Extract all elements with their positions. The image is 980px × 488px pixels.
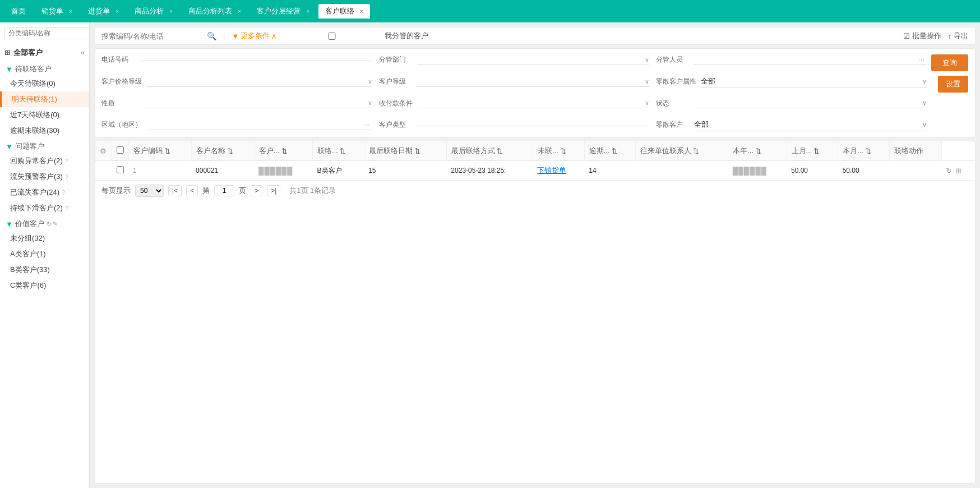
col-overdue-sort[interactable]: 逾期... ⇅	[589, 146, 618, 156]
col-last-contact-date-sort[interactable]: 最后联络日期 ⇅	[369, 146, 420, 156]
nav-sales-close[interactable]: ×	[69, 8, 72, 15]
sidebar-item-tomorrow[interactable]: 明天待联络(1)	[0, 91, 89, 107]
last-page-btn[interactable]: >|	[267, 185, 280, 196]
customer-table: ⚙ 客户编码 ⇅ 客户名称	[95, 141, 975, 181]
row-last-contact-method-link[interactable]: 下销货单	[537, 166, 566, 174]
retail-customer-select[interactable]: 全部 ∨	[694, 118, 927, 131]
value-customers-refresh-icon[interactable]: ↻	[47, 220, 52, 228]
sidebar-item-declining[interactable]: 持续下滑客户(2) ?	[0, 200, 89, 216]
sidebar-item-class-b[interactable]: B类客户(33)	[0, 262, 89, 278]
problem-customers-group[interactable]: ▼ 问题客户	[0, 139, 89, 153]
prev-page-btn[interactable]: <	[186, 185, 198, 196]
payment-select[interactable]: ∨	[417, 98, 650, 108]
my-customers-checkbox-label[interactable]: 我分管的客户	[281, 31, 428, 41]
manager-ellipsis[interactable]: ···	[917, 56, 927, 63]
nav-purchase-close[interactable]: ×	[115, 8, 119, 15]
phone-select[interactable]	[140, 58, 372, 61]
help-icon-2: ?	[62, 189, 65, 196]
nav-customer-tier-close[interactable]: ×	[306, 8, 309, 15]
my-customers-checkbox[interactable]	[281, 33, 382, 40]
nature-select[interactable]: ∨	[140, 98, 372, 108]
dept-field: 分管部门 ∨	[379, 55, 650, 65]
first-page-btn[interactable]: |<	[168, 185, 182, 196]
customer-type-select[interactable]	[417, 123, 650, 126]
nature-field: 性质 ∨	[101, 98, 372, 108]
price-grade-select[interactable]: ∨	[146, 77, 372, 87]
area-ellipsis[interactable]: ···	[362, 121, 372, 128]
sidebar-item-repurchase-anomaly[interactable]: 回购异常客户(2) ?	[0, 153, 89, 169]
nav-product-analysis[interactable]: 商品分析 ×	[128, 4, 179, 19]
sort-icon: ⇅	[164, 147, 170, 155]
col-last-contact-method-sort[interactable]: 最后联络方式 ⇅	[451, 146, 503, 156]
nav-product-list-close[interactable]: ×	[238, 8, 241, 15]
col-contact-count-sort[interactable]: 联络... ⇅	[317, 146, 346, 156]
manager-select[interactable]: ···	[694, 54, 927, 65]
top-nav: 首页 销货单 × 进货单 × 商品分析 × 商品分析列表 × 客户分层经营 × …	[0, 0, 980, 22]
nav-product-analysis-close[interactable]: ×	[169, 8, 173, 15]
sort-icon-lcd: ⇅	[414, 147, 420, 155]
price-grade-field: 客户价格等级 ∨	[101, 77, 372, 87]
col-last-contact-date-header: 最后联络日期 ⇅	[364, 141, 446, 161]
sidebar-item-overdue[interactable]: 逾期未联络(30)	[0, 123, 89, 139]
advanced-filter-panel: 电话号码 分管部门 ∨	[94, 48, 976, 137]
col-last-month-sort[interactable]: 上月... ⇅	[792, 146, 820, 156]
dept-select[interactable]: ∨	[417, 55, 650, 65]
nav-customer-tier[interactable]: 客户分层经营 ×	[250, 4, 316, 19]
batch-op-btn[interactable]: ☑ 批量操作	[903, 31, 941, 41]
row-last-contact-method: 下销货单	[533, 161, 584, 181]
settings-icon[interactable]: ⚙	[100, 147, 107, 155]
col-name-sort[interactable]: 客户名称 ⇅	[196, 146, 233, 156]
col-this-month-sort[interactable]: 本月... ⇅	[843, 146, 871, 156]
row-checkbox[interactable]	[117, 166, 124, 173]
more-conditions-btn[interactable]: ▼ 更多条件 ∧	[232, 31, 277, 41]
col-not-contacted-sort[interactable]: 未联... ⇅	[538, 146, 566, 156]
col-code-header: 客户编码 ⇅	[128, 141, 191, 161]
nav-customer-contact[interactable]: 客户联络 ×	[318, 4, 370, 19]
search-input[interactable]	[101, 32, 202, 40]
nav-home[interactable]: 首页	[4, 4, 33, 19]
per-page-select[interactable]: 50 100 200	[135, 185, 164, 197]
customer-type-label: 客户类型	[379, 120, 413, 130]
table-footer: 每页显示 50 100 200 |< < 第 页 > >| 共1页 1条记录	[95, 181, 975, 200]
customer-grade-select[interactable]: ∨	[417, 77, 650, 87]
status-select[interactable]: ∨	[694, 98, 927, 108]
set-button[interactable]: 设置	[938, 76, 968, 93]
row-action-refresh-icon[interactable]: ↻	[946, 167, 952, 175]
nav-customer-contact-close[interactable]: ×	[360, 8, 363, 15]
row-contact-count: 15	[364, 161, 446, 181]
retail-attr-select[interactable]: 全部 ∨	[701, 75, 927, 88]
export-btn[interactable]: ↑ 导出	[948, 31, 969, 41]
sidebar-item-churn-warning[interactable]: 流失预警客户(3) ?	[0, 169, 89, 185]
next-page-btn[interactable]: >	[251, 185, 262, 196]
sidebar-item-churned[interactable]: 已流失客户(24) ?	[0, 185, 89, 200]
query-button[interactable]: 查询	[931, 54, 968, 71]
help-icon-0: ?	[65, 158, 68, 164]
sidebar-item-class-c[interactable]: C类客户(6)	[0, 278, 89, 293]
sidebar-item-ungrouped[interactable]: 未分组(32)	[0, 231, 89, 246]
nav-purchase[interactable]: 进货单 ×	[81, 4, 126, 19]
col-code-sort[interactable]: 客户编码 ⇅	[133, 146, 170, 156]
value-customers-group[interactable]: ▼ 价值客户 ↻ ✎	[0, 216, 89, 231]
sidebar-item-7days[interactable]: 近7天待联络(0)	[0, 107, 89, 123]
nature-dropdown-arrow: ∨	[368, 99, 372, 107]
row-actions: ↻ ⊞	[941, 161, 975, 181]
col-this-month-header: 本月... ⇅	[838, 141, 890, 161]
col-this-year-sort[interactable]: 本年... ⇅	[733, 146, 761, 156]
sidebar-search-input[interactable]	[4, 27, 90, 39]
nav-product-list[interactable]: 商品分析列表 ×	[182, 4, 248, 19]
value-customers-edit-icon[interactable]: ✎	[53, 220, 58, 228]
pending-contact-group[interactable]: ▼ 待联络客户	[0, 61, 89, 76]
select-all-checkbox[interactable]	[117, 146, 124, 154]
page-number-input[interactable]	[214, 185, 234, 196]
sort-icon-name: ⇅	[227, 147, 233, 155]
area-select[interactable]: ···	[146, 119, 372, 130]
row-action-grid-icon[interactable]: ⊞	[955, 167, 961, 175]
nav-sales[interactable]: 销货单 ×	[35, 4, 79, 19]
manager-label: 分管人员	[656, 55, 690, 65]
sidebar-item-today[interactable]: 今天待联络(0)	[0, 76, 89, 91]
sidebar-item-class-a[interactable]: A类客户(1)	[0, 246, 89, 262]
all-customers-header[interactable]: ⊞ 全部客户 «	[0, 44, 89, 61]
col-contact-person-sort[interactable]: 往来单位联系人 ⇅	[640, 146, 699, 156]
col-type-sort[interactable]: 客户... ⇅	[259, 146, 288, 156]
search-button[interactable]: 🔍	[207, 31, 216, 40]
